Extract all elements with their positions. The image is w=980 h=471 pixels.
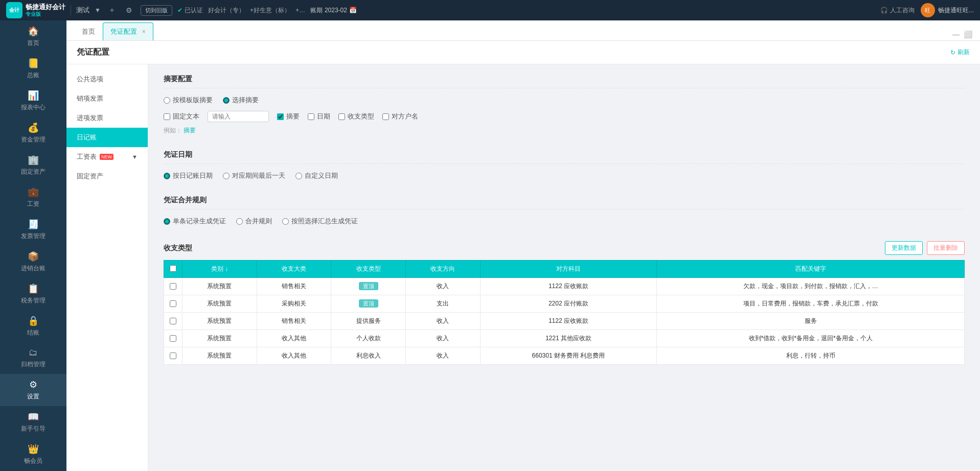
sidebar-item-purchase[interactable]: 📦 进销台账 — [0, 246, 66, 278]
left-item-payroll[interactable]: 工资表 NEW ▼ — [66, 147, 148, 167]
row-keywords-1: 项目，日常费用，报销款，车费，承兑汇票，付款 — [657, 295, 965, 313]
checkbox-income-type[interactable]: 收支类型 — [338, 112, 374, 121]
radio-custom-date[interactable]: 自定义日期 — [295, 171, 338, 180]
update-data-button[interactable]: 更新数据 — [885, 241, 923, 255]
row-checkbox-3[interactable] — [170, 335, 176, 342]
row-checkbox-cell[interactable] — [164, 330, 183, 347]
radio-merge-rule[interactable]: 合并规则 — [236, 217, 272, 226]
calendar-icon[interactable]: 📅 — [349, 7, 357, 14]
radio-single-record-input[interactable] — [164, 218, 170, 225]
row-subject-3: 1221 其他应收款 — [480, 330, 657, 347]
row-checkbox-cell[interactable] — [164, 313, 183, 330]
left-panel: 公共选项 销项发票 进项发票 日记账 工资表 NEW ▼ 固定资产 — [66, 64, 148, 471]
tab-home[interactable]: 首页 — [74, 22, 103, 40]
tab-minimize-button[interactable]: — — [952, 30, 960, 38]
summary-radio-group: 按模板版摘要 选择摘要 — [164, 96, 965, 105]
username-label: 畅捷通旺旺... — [938, 6, 974, 15]
left-item-purchase-invoice[interactable]: 进项发票 — [66, 108, 148, 128]
table-row: 系统预置 收入其他 利息收入 收入 660301 财务费用 利息费用 利息，行转… — [164, 347, 965, 365]
topbar: 会计 畅捷通好会计 专业版 测试 ▼ ＋ ⚙ 切到旧版 ✔ 已认证 好会计（专）… — [0, 0, 980, 20]
select-all-checkbox[interactable] — [170, 265, 176, 272]
left-item-journal[interactable]: 日记账 — [66, 128, 148, 147]
income-type-checkbox[interactable] — [338, 113, 345, 120]
th-category[interactable]: 类别 ↓ — [183, 261, 257, 278]
radio-journal-date-input[interactable] — [164, 173, 170, 179]
checkbox-counterparty[interactable]: 对方户名 — [382, 112, 418, 121]
refresh-button[interactable]: ↻ 刷新 — [950, 48, 970, 57]
row-type-1: 置顶 — [331, 295, 406, 313]
table-row: 系统预置 销售相关 置顶 收入 1122 应收账款 欠款，现金，项目款，到付款，… — [164, 278, 965, 295]
reset-tag-1[interactable]: 置顶 — [359, 299, 378, 308]
topbar-arrow-icon[interactable]: ▼ — [95, 7, 101, 14]
right-panel: 摘要配置 按模板版摘要 选择摘要 — [148, 64, 980, 471]
sidebar-item-salary[interactable]: 💼 工资 — [0, 181, 66, 214]
left-item-fixed-assets[interactable]: 固定资产 — [66, 167, 148, 186]
row-type-4: 利息收入 — [331, 347, 406, 365]
row-checkbox-cell[interactable] — [164, 347, 183, 365]
radio-single-record[interactable]: 单条记录生成凭证 — [164, 217, 226, 226]
radio-period-last[interactable]: 对应期间最后一天 — [223, 171, 285, 180]
topbar-add-button[interactable]: ＋ — [106, 4, 118, 16]
th-checkbox[interactable] — [164, 261, 183, 278]
sidebar-item-archive[interactable]: 🗂 归档管理 — [0, 342, 66, 374]
row-checkbox-cell[interactable] — [164, 295, 183, 313]
radio-select[interactable] — [223, 97, 230, 104]
sidebar-item-home[interactable]: 🏠 首页 — [0, 20, 66, 53]
sidebar-item-guide[interactable]: 📖 新手引导 — [0, 406, 66, 438]
sidebar-label-close: 结账 — [27, 328, 39, 337]
radio-template[interactable] — [164, 97, 170, 104]
summary-config-section: 摘要配置 按模板版摘要 选择摘要 — [164, 75, 965, 135]
tab-maximize-button[interactable]: ⬜ — [964, 30, 972, 38]
radio-journal-date[interactable]: 按日记账日期 — [164, 171, 213, 180]
sidebar-item-assets[interactable]: 🏢 固定资产 — [0, 149, 66, 181]
checkbox-date[interactable]: 日期 — [308, 112, 330, 121]
topbar-divider — [71, 5, 71, 15]
row-direction-0: 收入 — [405, 278, 480, 295]
radio-custom-date-input[interactable] — [295, 173, 302, 179]
fixed-text-input[interactable] — [208, 111, 269, 122]
sidebar-item-settings[interactable]: ⚙ 设置 — [0, 374, 66, 406]
user-profile[interactable]: 旺 畅捷通旺旺... — [921, 3, 974, 17]
consult-button[interactable]: 🎧 人工咨询 — [880, 6, 915, 15]
row-checkbox-cell[interactable] — [164, 278, 183, 295]
voucher-merge-section: 凭证合并规则 单条记录生成凭证 合并规则 按照选择汇总生成凭证 — [164, 196, 965, 226]
summary-checkbox[interactable] — [277, 113, 284, 120]
sidebar-item-ledger[interactable]: 📒 总账 — [0, 53, 66, 85]
radio-select-label[interactable]: 选择摘要 — [223, 96, 259, 105]
sidebar-item-invoice-mgmt[interactable]: 🧾 发票管理 — [0, 214, 66, 246]
checkbox-summary[interactable]: 摘要 — [277, 112, 300, 121]
sidebar-item-funds[interactable]: 💰 资金管理 — [0, 117, 66, 149]
tab-close-button[interactable]: × — [142, 28, 146, 35]
row-checkbox-0[interactable] — [170, 283, 176, 290]
radio-template-label[interactable]: 按模板版摘要 — [164, 96, 213, 105]
row-checkbox-2[interactable] — [170, 318, 176, 324]
tab-bar: 首页 凭证配置 × — ⬜ — [66, 20, 980, 41]
tab-voucher-config[interactable]: 凭证配置 × — [103, 22, 153, 40]
sidebar-item-member[interactable]: 👑 畅会员 — [0, 438, 66, 470]
table-row: 系统预置 销售相关 提供服务 收入 1122 应收账款 服务 — [164, 313, 965, 330]
checkbox-fixed-text[interactable]: 固定文本 — [164, 112, 199, 121]
sidebar-item-reports[interactable]: 📊 报表中心 — [0, 85, 66, 117]
sidebar-item-tax[interactable]: 📋 税务管理 — [0, 278, 66, 310]
counterparty-checkbox[interactable] — [382, 113, 389, 120]
row-direction-2: 收入 — [405, 313, 480, 330]
salary-icon: 💼 — [28, 186, 39, 198]
date-checkbox[interactable] — [308, 113, 314, 120]
sidebar-item-close[interactable]: 🔒 结账 — [0, 310, 66, 342]
radio-summary-generate[interactable]: 按照选择汇总生成凭证 — [282, 217, 358, 226]
sidebar-label-home: 首页 — [27, 39, 39, 48]
switch-old-button[interactable]: 切到旧版 — [141, 5, 172, 16]
fixed-text-checkbox[interactable] — [164, 113, 170, 120]
radio-summary-generate-input[interactable] — [282, 218, 289, 225]
radio-merge-rule-input[interactable] — [236, 218, 243, 225]
left-item-public[interactable]: 公共选项 — [66, 69, 148, 89]
row-checkbox-1[interactable] — [170, 300, 176, 307]
row-checkbox-4[interactable] — [170, 352, 176, 359]
sidebar-label-invoice-mgmt: 发票管理 — [21, 232, 45, 241]
two-pane: 公共选项 销项发票 进项发票 日记账 工资表 NEW ▼ 固定资产 摘要配置 — [66, 64, 980, 471]
reset-tag-0[interactable]: 置顶 — [359, 282, 378, 290]
batch-delete-button[interactable]: 批量删除 — [927, 241, 965, 255]
left-item-sales-invoice[interactable]: 销项发票 — [66, 89, 148, 108]
topbar-settings-button[interactable]: ⚙ — [123, 4, 135, 16]
radio-period-last-input[interactable] — [223, 173, 230, 179]
